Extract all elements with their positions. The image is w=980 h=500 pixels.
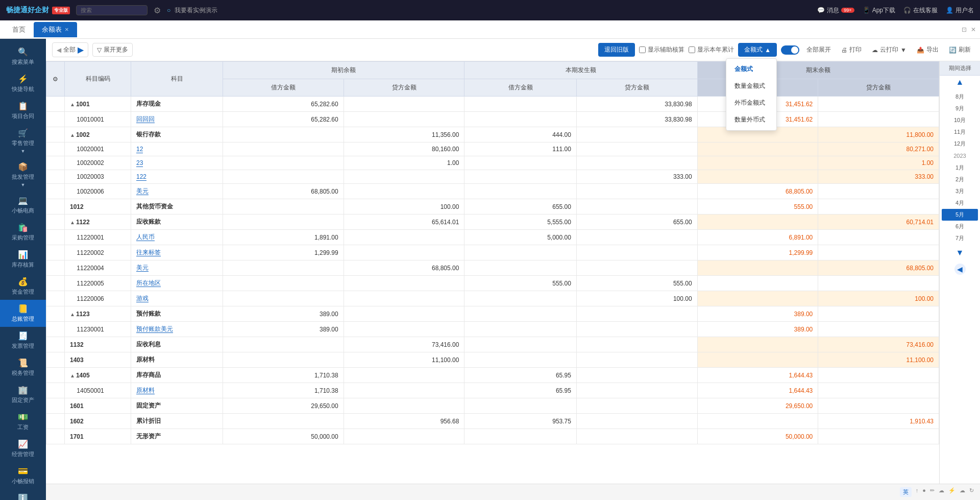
expand-all-toggle[interactable]: [781, 45, 799, 55]
account-link[interactable]: 23: [136, 159, 143, 167]
top-search-input[interactable]: [76, 5, 148, 15]
row-name[interactable]: 美元: [131, 184, 223, 199]
period-nav-down[interactable]: ▼: [956, 248, 964, 257]
account-link[interactable]: 所在地区: [136, 279, 161, 287]
cloud-print-button[interactable]: ☁ 云打印 ▼: [869, 43, 910, 56]
period-nav-up[interactable]: ▲: [956, 78, 964, 87]
month-2022-11[interactable]: 11月: [940, 126, 980, 138]
account-link[interactable]: 回回回: [136, 115, 155, 123]
settings-icon[interactable]: ⚙: [154, 6, 161, 15]
sidebar-item-operations[interactable]: 📈 经营管理: [0, 435, 46, 462]
bottom-icon-2[interactable]: ●: [922, 487, 926, 497]
tab-home[interactable]: 首页: [4, 22, 34, 37]
month-2022-12[interactable]: 12月: [940, 138, 980, 150]
bottom-icon-1[interactable]: ↑: [916, 487, 919, 497]
bottom-icon-4[interactable]: ☁: [939, 487, 944, 497]
lang-button[interactable]: 英: [900, 487, 912, 497]
sidebar-item-search[interactable]: 🔍 搜索菜单: [0, 43, 46, 70]
app-download-button[interactable]: 📱 App下载: [863, 6, 895, 15]
breadcrumb-all-button[interactable]: ◀ 全部 ▶: [52, 42, 88, 57]
row-name[interactable]: 人民币: [131, 230, 223, 245]
row-name[interactable]: 122: [131, 170, 223, 184]
show-aux-checkbox[interactable]: [639, 46, 646, 53]
account-link[interactable]: 12: [136, 146, 143, 153]
account-link[interactable]: 122: [136, 173, 146, 181]
month-2022-10[interactable]: 10月: [940, 114, 980, 126]
table-settings-icon[interactable]: ⚙: [53, 76, 58, 83]
sidebar-item-salary[interactable]: 💵 工资: [0, 408, 46, 435]
month-2023-6[interactable]: 6月: [940, 221, 980, 232]
month-2023-2[interactable]: 2月: [940, 174, 980, 185]
tab-restore-icon[interactable]: ⊡: [962, 26, 967, 33]
dropdown-item-qty-foreign[interactable]: 数量外币式: [726, 111, 776, 128]
app-logo: 畅捷通好企财 专业版: [6, 6, 70, 15]
sidebar-item-basic[interactable]: ℹ️ 基础信息: [0, 489, 46, 500]
dropdown-item-qty-amount[interactable]: 数量金额式: [726, 78, 776, 94]
dropdown-item-amount[interactable]: 金额式: [726, 61, 776, 78]
dropdown-item-foreign-amount[interactable]: 外币金额式: [726, 94, 776, 111]
view-mode-button[interactable]: 金额式 ▲: [738, 43, 777, 57]
month-2022-9[interactable]: 9月: [940, 103, 980, 114]
row-name[interactable]: 所在地区: [131, 276, 223, 291]
account-link[interactable]: 预付账款美元: [136, 325, 173, 333]
nav-right-icon[interactable]: ▶: [78, 45, 84, 55]
sidebar-item-accounting[interactable]: 📒 总账管理: [0, 300, 46, 327]
row-name[interactable]: 12: [131, 142, 223, 156]
back-old-version-button[interactable]: 退回旧版: [598, 43, 635, 57]
panel-collapse-icon[interactable]: ◀: [954, 264, 966, 275]
sidebar-item-retail[interactable]: 🛒 零售管理 ▼: [0, 124, 46, 158]
month-2023-4[interactable]: 4月: [940, 197, 980, 209]
show-ytd-checkbox-label[interactable]: 显示本年累计: [689, 45, 734, 54]
sidebar-item-wholesale[interactable]: 📦 批发管理 ▼: [0, 158, 46, 192]
bottom-icon-3[interactable]: ✏: [930, 487, 935, 497]
row-name[interactable]: 23: [131, 156, 223, 170]
expand-all-label[interactable]: 全部展开: [803, 43, 834, 56]
show-ytd-checkbox[interactable]: [689, 46, 695, 53]
row-name[interactable]: 原材料: [131, 383, 223, 398]
row-name[interactable]: 往来标签: [131, 245, 223, 260]
sidebar-item-quick-nav[interactable]: ⚡ 快捷导航: [0, 70, 46, 97]
row-name[interactable]: 美元: [131, 260, 223, 276]
bottom-icon-6[interactable]: ☁: [960, 487, 965, 497]
row-name[interactable]: 预付账款美元: [131, 322, 223, 337]
month-2023-5[interactable]: 5月: [942, 209, 978, 221]
sidebar-item-expense[interactable]: 💳 小畅报销: [0, 462, 46, 489]
tab-close-all-icon[interactable]: ✕: [971, 26, 976, 33]
month-2023-3[interactable]: 3月: [940, 185, 980, 197]
month-2023-1[interactable]: 1月: [940, 162, 980, 174]
sidebar-item-inventory[interactable]: 📊 库存核算: [0, 246, 46, 273]
expand-more-button[interactable]: ▽ 展开更多: [92, 43, 133, 57]
sidebar-item-tax[interactable]: 📜 税务管理: [0, 354, 46, 381]
sidebar-item-project[interactable]: 📋 项目合同: [0, 97, 46, 124]
row-name[interactable]: 游戏: [131, 291, 223, 306]
messages-button[interactable]: 💬 消息 99+: [817, 6, 854, 15]
col-settings-header[interactable]: ⚙: [46, 62, 65, 97]
tab-close-icon[interactable]: ×: [65, 26, 69, 33]
bottom-icon-7[interactable]: ↻: [969, 487, 974, 497]
row-name[interactable]: 回回回: [131, 112, 223, 127]
sidebar-item-invoice[interactable]: 🧾 发票管理: [0, 327, 46, 354]
account-link[interactable]: 原材料: [136, 387, 155, 394]
export-button[interactable]: 📤 导出: [914, 43, 942, 56]
account-link[interactable]: 美元: [136, 264, 149, 272]
sidebar-item-assets[interactable]: 🏢 固定资产: [0, 381, 46, 408]
user-avatar[interactable]: 👤 用户名: [946, 6, 974, 15]
account-link[interactable]: 人民币: [136, 233, 155, 241]
refresh-button[interactable]: 🔄 刷新: [946, 43, 974, 56]
account-link[interactable]: 美元: [136, 187, 149, 195]
bottom-icon-5[interactable]: ⚡: [948, 487, 955, 497]
month-2022-8[interactable]: 8月: [940, 91, 980, 103]
table-row: 11220002 往来标签 1,299.99 1,299.99: [46, 245, 939, 260]
online-service-button[interactable]: 🎧 在线客服: [903, 6, 938, 15]
print-button[interactable]: 🖨 打印: [838, 43, 865, 56]
sidebar-item-capital[interactable]: 💰 资金管理: [0, 273, 46, 300]
row-ob-debit: [223, 215, 344, 230]
account-link[interactable]: 游戏: [136, 295, 149, 302]
show-aux-checkbox-label[interactable]: 显示辅助核算: [639, 45, 684, 54]
demo-button[interactable]: ○ 我要看实例演示: [167, 6, 217, 15]
tab-balance-sheet[interactable]: 余额表 ×: [34, 22, 77, 37]
account-link[interactable]: 往来标签: [136, 249, 161, 256]
sidebar-item-purchase[interactable]: 🛍️ 采购管理: [0, 219, 46, 246]
month-2023-7[interactable]: 7月: [940, 232, 980, 244]
sidebar-item-ecommerce[interactable]: 💻 小畅电商: [0, 192, 46, 219]
